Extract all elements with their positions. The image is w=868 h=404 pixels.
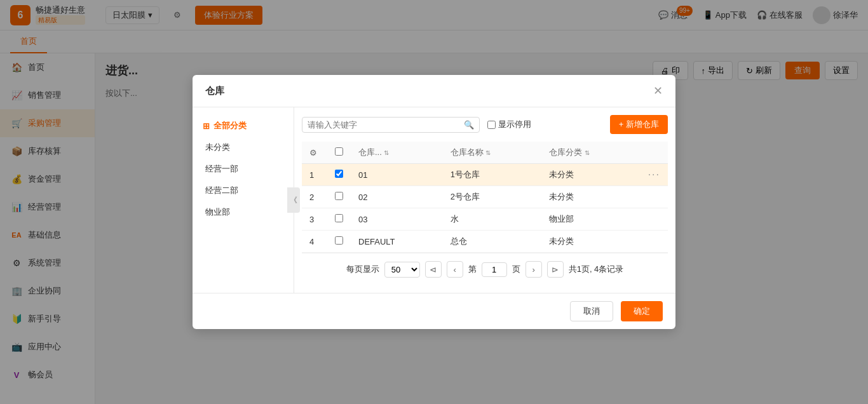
row-name: 总仓: [443, 231, 541, 253]
row-select-checkbox[interactable]: [335, 236, 343, 245]
row-select-checkbox[interactable]: [335, 170, 343, 178]
row-category: 未分类: [541, 186, 640, 208]
page-label-before: 第: [468, 264, 477, 275]
row-checkbox[interactable]: [327, 164, 351, 186]
modal-footer: 取消 确定: [193, 293, 675, 329]
modal-body: ⊞ 全部分类 未分类 经营一部 经营二部 物业部 《 🔍: [193, 107, 675, 293]
row-checkbox[interactable]: [327, 186, 351, 208]
warehouse-table: ⚙ 仓库... ⇅ 仓库名称 ⇅ 仓库分类: [302, 142, 668, 253]
per-page-select[interactable]: 50 10 20 100: [384, 262, 420, 278]
prev-page-btn[interactable]: ‹: [447, 261, 463, 278]
total-info: 共1页, 4条记录: [569, 264, 624, 275]
row-actions: [641, 208, 668, 231]
table-row[interactable]: 4 DEFAULT 总仓 未分类: [302, 231, 668, 253]
table-row[interactable]: 2 02 2号仓库 未分类: [302, 186, 668, 208]
next-page-btn[interactable]: ›: [526, 261, 542, 278]
sort-category-icon: ⇅: [585, 149, 590, 156]
row-actions: [641, 186, 668, 208]
plus-icon: + 新增仓库: [619, 119, 659, 130]
row-name: 水: [443, 208, 541, 231]
new-warehouse-button[interactable]: + 新增仓库: [610, 115, 668, 134]
per-page-label: 每页显示: [346, 264, 379, 275]
row-checkbox[interactable]: [327, 208, 351, 231]
confirm-button[interactable]: 确定: [621, 301, 663, 321]
row-category: 未分类: [541, 164, 640, 186]
modal-close-button[interactable]: ✕: [653, 84, 663, 98]
first-page-btn[interactable]: ⊲: [425, 261, 442, 278]
show-disabled-text: 显示停用: [498, 119, 531, 130]
category-item-property[interactable]: 物业部: [193, 201, 294, 223]
row-no: 1: [302, 164, 327, 186]
table-row[interactable]: 3 03 水 物业部: [302, 208, 668, 231]
row-code: 02: [351, 186, 443, 208]
modal-overlay: 仓库 ✕ ⊞ 全部分类 未分类 经营一部 经营二部 物业部 《: [0, 0, 868, 404]
col-settings: ⚙: [302, 142, 327, 164]
table-row[interactable]: 1 01 1号仓库 未分类 ···: [302, 164, 668, 186]
row-select-checkbox[interactable]: [335, 192, 343, 200]
row-code: 01: [351, 164, 443, 186]
modal-header: 仓库 ✕: [193, 75, 675, 107]
category-item-unclassified[interactable]: 未分类: [193, 137, 294, 158]
grid-icon: ⊞: [203, 121, 210, 131]
sort-name-icon: ⇅: [485, 149, 491, 156]
row-no: 2: [302, 186, 327, 208]
table-area: 🔍 显示停用 + 新增仓库 ⚙: [294, 107, 675, 293]
row-name: 1号仓库: [443, 164, 541, 186]
last-page-btn[interactable]: ⊳: [547, 261, 564, 278]
page-number-input[interactable]: [482, 262, 507, 277]
row-no: 3: [302, 208, 327, 231]
col-name: 仓库名称 ⇅: [443, 142, 541, 164]
row-category: 未分类: [541, 231, 640, 253]
search-input[interactable]: [308, 120, 464, 130]
show-disabled-checkbox[interactable]: [487, 121, 496, 129]
sort-code-icon: ⇅: [384, 149, 389, 156]
col-category: 仓库分类 ⇅: [541, 142, 640, 164]
col-actions: [641, 142, 668, 164]
row-code: DEFAULT: [351, 231, 443, 253]
warehouse-modal: 仓库 ✕ ⊞ 全部分类 未分类 经营一部 经营二部 物业部 《: [193, 75, 675, 329]
cancel-button[interactable]: 取消: [570, 301, 613, 321]
row-code: 03: [351, 208, 443, 231]
select-all-checkbox[interactable]: [335, 147, 343, 156]
col-code: 仓库... ⇅: [351, 142, 443, 164]
row-actions: ···: [641, 164, 668, 186]
row-category: 物业部: [541, 208, 640, 231]
row-name: 2号仓库: [443, 186, 541, 208]
table-body: 1 01 1号仓库 未分类 ··· 2 02 2号仓库 未分类 3 03 水 物…: [302, 164, 668, 253]
search-wrap: 🔍: [302, 117, 480, 133]
table-toolbar: 🔍 显示停用 + 新增仓库: [302, 115, 668, 134]
row-actions: [641, 231, 668, 253]
category-item-dept1[interactable]: 经营一部: [193, 158, 294, 180]
row-select-checkbox[interactable]: [335, 214, 343, 222]
pagination: 每页显示 50 10 20 100 ⊲ ‹ 第 页 › ⊳ 共1页, 4条记录: [302, 253, 668, 285]
row-no: 4: [302, 231, 327, 253]
all-category-label: 全部分类: [214, 120, 247, 131]
show-disabled-label[interactable]: 显示停用: [487, 119, 531, 130]
row-action-dots[interactable]: ···: [648, 169, 660, 180]
modal-title: 仓库: [205, 85, 224, 97]
page-label-after: 页: [512, 264, 520, 275]
col-checkbox: [327, 142, 351, 164]
row-checkbox[interactable]: [327, 231, 351, 253]
collapse-button[interactable]: 《: [287, 187, 300, 213]
search-icon: 🔍: [464, 120, 474, 130]
table-header-row: ⚙ 仓库... ⇅ 仓库名称 ⇅ 仓库分类: [302, 142, 668, 164]
category-sidebar: ⊞ 全部分类 未分类 经营一部 经营二部 物业部 《: [193, 107, 294, 293]
all-category-item[interactable]: ⊞ 全部分类: [193, 115, 294, 137]
category-item-dept2[interactable]: 经营二部: [193, 180, 294, 201]
